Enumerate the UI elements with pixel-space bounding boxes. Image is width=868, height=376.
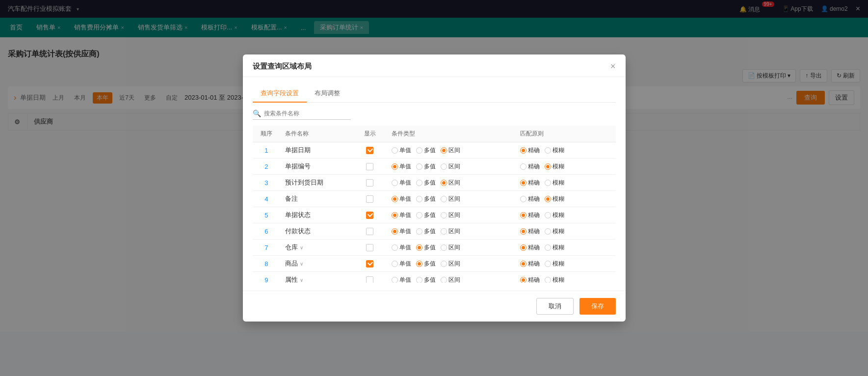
display-checkbox[interactable] (366, 260, 373, 268)
radio-match-exact (520, 147, 526, 154)
table-row: 9属性 ∨单值多值区间精确模糊 (253, 272, 616, 283)
search-icon: 🔍 (253, 109, 261, 117)
row-display[interactable] (353, 191, 386, 207)
cond-type-single[interactable]: 单值 (392, 162, 411, 171)
cond-type-range[interactable]: 区间 (441, 227, 460, 236)
cond-type-range[interactable]: 区间 (441, 211, 460, 219)
row-display[interactable] (353, 240, 386, 256)
row-match-rule: 精确模糊 (515, 240, 616, 256)
cond-type-single[interactable]: 单值 (392, 211, 411, 219)
cond-type-multi[interactable]: 多值 (416, 211, 436, 219)
match-rule-exact[interactable]: 精确 (520, 146, 540, 155)
cond-type-range[interactable]: 区间 (441, 162, 460, 171)
row-cond-type: 单值多值区间 (387, 207, 515, 223)
cond-type-multi[interactable]: 多值 (416, 179, 436, 187)
cond-type-multi[interactable]: 多值 (416, 162, 436, 171)
radio-dot-multi (416, 163, 422, 170)
match-rule-exact[interactable]: 精确 (520, 162, 540, 171)
table-row: 4备注单值多值区间精确模糊 (253, 191, 616, 207)
radio-dot-single (392, 212, 398, 218)
match-rule-exact[interactable]: 精确 (520, 243, 540, 252)
dialog-tabs: 查询字段设置 布局调整 (253, 85, 616, 103)
match-rule-fuzzy[interactable]: 模糊 (545, 260, 564, 268)
dialog-footer: 取消 保存 (243, 291, 626, 322)
display-checkbox[interactable] (366, 244, 373, 251)
cond-type-range[interactable]: 区间 (441, 243, 460, 252)
radio-dot-multi (416, 244, 422, 251)
display-checkbox[interactable] (366, 228, 373, 235)
match-rule-fuzzy[interactable]: 模糊 (545, 179, 564, 187)
radio-match-fuzzy (545, 277, 551, 283)
radio-dot-single (392, 261, 398, 267)
match-rule-exact[interactable]: 精确 (520, 260, 540, 268)
cond-type-multi[interactable]: 多值 (416, 260, 436, 268)
radio-dot-range (441, 196, 447, 202)
match-rule-fuzzy[interactable]: 模糊 (545, 276, 564, 283)
cond-type-single[interactable]: 单值 (392, 243, 411, 252)
cond-type-single[interactable]: 单值 (392, 260, 411, 268)
row-order: 5 (253, 207, 281, 223)
cond-type-single[interactable]: 单值 (392, 146, 411, 155)
tab-layout[interactable]: 布局调整 (307, 85, 348, 103)
cond-type-single[interactable]: 单值 (392, 227, 411, 236)
display-checkbox[interactable] (366, 147, 373, 154)
display-checkbox[interactable] (366, 212, 373, 219)
cond-type-range[interactable]: 区间 (441, 260, 460, 268)
match-rule-fuzzy[interactable]: 模糊 (545, 243, 564, 252)
match-rule-exact[interactable]: 精确 (520, 211, 540, 219)
row-display[interactable] (353, 223, 386, 240)
row-display[interactable] (353, 272, 386, 283)
radio-dot-multi (416, 196, 422, 202)
match-rule-fuzzy[interactable]: 模糊 (545, 162, 564, 171)
cond-type-single[interactable]: 单值 (392, 179, 411, 187)
radio-match-fuzzy (545, 212, 551, 218)
display-checkbox[interactable] (366, 163, 373, 170)
row-order: 4 (253, 191, 281, 207)
cond-type-multi[interactable]: 多值 (416, 146, 436, 155)
save-btn[interactable]: 保存 (579, 298, 616, 315)
row-cond-type: 单值多值区间 (387, 142, 515, 159)
search-input[interactable] (264, 110, 351, 117)
cond-type-multi[interactable]: 多值 (416, 227, 436, 236)
match-rule-fuzzy[interactable]: 模糊 (545, 227, 564, 236)
match-rule-exact[interactable]: 精确 (520, 179, 540, 187)
th-name: 条件名称 (280, 126, 353, 142)
display-checkbox[interactable] (366, 195, 373, 203)
match-rule-fuzzy[interactable]: 模糊 (545, 195, 564, 203)
cancel-btn[interactable]: 取消 (536, 298, 574, 315)
th-order: 顺序 (253, 126, 281, 142)
row-display[interactable] (353, 256, 386, 272)
display-checkbox[interactable] (366, 276, 373, 283)
match-rule-exact[interactable]: 精确 (520, 227, 540, 236)
cond-type-single[interactable]: 单值 (392, 195, 411, 203)
cond-type-multi[interactable]: 多值 (416, 195, 436, 203)
match-rule-exact[interactable]: 精确 (520, 195, 540, 203)
cond-type-multi[interactable]: 多值 (416, 276, 436, 283)
row-display[interactable] (353, 207, 386, 223)
row-display[interactable] (353, 175, 386, 191)
cond-type-range[interactable]: 区间 (441, 146, 460, 155)
table-row: 6付款状态单值多值区间精确模糊 (253, 223, 616, 240)
row-match-rule: 精确模糊 (515, 191, 616, 207)
row-display[interactable] (353, 159, 386, 175)
row-name: 付款状态 (280, 223, 353, 240)
cond-type-single[interactable]: 单值 (392, 276, 411, 283)
display-checkbox[interactable] (366, 179, 373, 187)
match-rule-fuzzy[interactable]: 模糊 (545, 146, 564, 155)
cond-type-range[interactable]: 区间 (441, 276, 460, 283)
cond-type-range[interactable]: 区间 (441, 195, 460, 203)
cond-type-multi[interactable]: 多值 (416, 243, 436, 252)
match-rule-exact[interactable]: 精确 (520, 276, 540, 283)
cond-type-range[interactable]: 区间 (441, 179, 460, 187)
table-row: 2单据编号单值多值区间精确模糊 (253, 159, 616, 175)
radio-match-exact (520, 180, 526, 186)
dialog-close-btn[interactable]: × (610, 61, 616, 72)
row-order: 6 (253, 223, 281, 240)
tab-query-fields[interactable]: 查询字段设置 (253, 85, 307, 103)
row-cond-type: 单值多值区间 (387, 272, 515, 283)
table-row: 5单据状态单值多值区间精确模糊 (253, 207, 616, 223)
row-display[interactable] (353, 142, 386, 159)
match-rule-fuzzy[interactable]: 模糊 (545, 211, 564, 219)
row-match-rule: 精确模糊 (515, 175, 616, 191)
radio-dot-range (441, 244, 447, 251)
